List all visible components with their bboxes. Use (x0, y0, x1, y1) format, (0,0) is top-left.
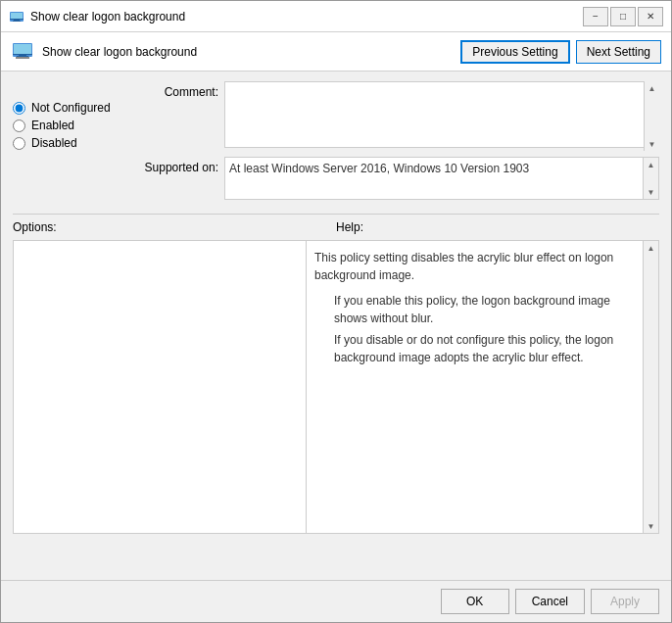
not-configured-option[interactable]: Not Configured (13, 101, 130, 115)
help-scroll-down: ▼ (646, 520, 657, 532)
svg-rect-6 (14, 44, 31, 55)
supported-scroll-down: ▼ (646, 186, 657, 198)
maximize-button[interactable]: □ (610, 7, 636, 26)
apply-button[interactable]: Apply (591, 589, 659, 614)
previous-setting-button[interactable]: Previous Setting (460, 40, 569, 64)
section-divider (13, 214, 659, 215)
options-help-labels: Options: Help: (13, 220, 659, 234)
help-paragraph-1: This policy setting disables the acrylic… (314, 249, 637, 284)
comment-wrapper: ▲ ▼ (224, 81, 659, 151)
supported-row: Supported on: At least Windows Server 20… (140, 157, 659, 200)
supported-box: At least Windows Server 2016, Windows 10… (224, 157, 659, 200)
comment-textarea[interactable] (224, 81, 659, 148)
policy-header-left: Show clear logon background (11, 40, 197, 64)
help-scroll-up: ▲ (646, 242, 657, 254)
close-button[interactable]: ✕ (638, 7, 663, 26)
policy-icon (11, 40, 34, 64)
window-icon (9, 9, 24, 24)
supported-scroll-up: ▲ (646, 159, 657, 170)
radio-group: Not Configured Enabled Disabled (13, 81, 130, 200)
supported-scrollbar: ▲ ▼ (643, 158, 658, 199)
disabled-label: Disabled (31, 136, 77, 150)
title-bar: Show clear logon background − □ ✕ (1, 1, 671, 32)
help-label: Help: (336, 220, 363, 234)
enabled-label: Enabled (31, 119, 74, 132)
svg-rect-4 (13, 21, 21, 22)
svg-rect-10 (16, 57, 29, 59)
svg-rect-2 (10, 19, 24, 20)
scroll-down-arrow: ▼ (647, 138, 658, 150)
help-paragraph-2: If you enable this policy, the logon bac… (314, 292, 637, 327)
not-configured-label: Not Configured (31, 101, 111, 115)
help-panel: This policy setting disables the acrylic… (307, 240, 659, 534)
policy-header: Show clear logon background Previous Set… (1, 32, 671, 72)
help-paragraph-3: If you disable or do not configure this … (314, 331, 637, 366)
svg-rect-1 (11, 13, 23, 20)
help-text-content: This policy setting disables the acrylic… (307, 241, 658, 378)
svg-rect-3 (14, 20, 20, 21)
not-configured-radio[interactable] (13, 102, 25, 115)
comment-label: Comment: (140, 81, 218, 99)
window-controls: − □ ✕ (583, 7, 663, 26)
minimize-button[interactable]: − (583, 7, 608, 26)
ok-button[interactable]: OK (441, 589, 509, 614)
enabled-radio[interactable] (13, 120, 25, 132)
help-scrollbar: ▲ ▼ (643, 241, 658, 533)
panels-row: This policy setting disables the acrylic… (13, 240, 659, 570)
comment-supported-section: Comment: ▲ ▼ Supported on: At least Wind… (140, 81, 659, 200)
bottom-bar: OK Cancel Apply (1, 580, 671, 622)
cancel-button[interactable]: Cancel (515, 589, 585, 614)
content-area: Not Configured Enabled Disabled Comment: (1, 72, 671, 580)
svg-rect-9 (17, 56, 28, 57)
window-title: Show clear logon background (30, 10, 583, 24)
svg-rect-7 (13, 54, 32, 55)
options-label: Options: (13, 220, 336, 234)
top-section: Not Configured Enabled Disabled Comment: (13, 81, 659, 200)
disabled-radio[interactable] (13, 137, 25, 150)
supported-text: At least Windows Server 2016, Windows 10… (225, 158, 658, 179)
enabled-option[interactable]: Enabled (13, 119, 130, 132)
policy-title: Show clear logon background (42, 45, 197, 59)
supported-label: Supported on: (140, 157, 218, 174)
options-panel (13, 240, 307, 534)
scroll-up-arrow: ▲ (647, 82, 658, 94)
svg-rect-8 (19, 55, 26, 56)
comment-scrollbar: ▲ ▼ (644, 81, 659, 151)
disabled-option[interactable]: Disabled (13, 136, 130, 150)
comment-row: Comment: ▲ ▼ (140, 81, 659, 151)
nav-buttons: Previous Setting Next Setting (460, 40, 661, 64)
next-setting-button[interactable]: Next Setting (576, 40, 661, 64)
main-window: Show clear logon background − □ ✕ Show c… (0, 0, 672, 623)
